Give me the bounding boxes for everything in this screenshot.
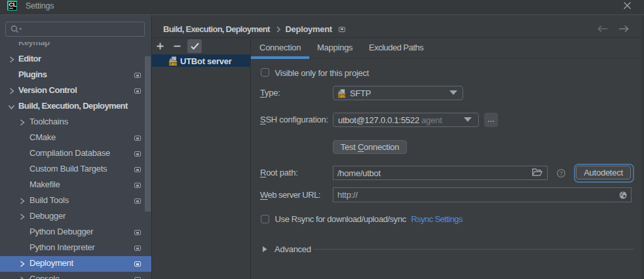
svg-text:SFTP: SFTP: [337, 94, 346, 98]
svg-text:?: ?: [559, 170, 563, 176]
svg-text:SFTP: SFTP: [168, 62, 178, 65]
